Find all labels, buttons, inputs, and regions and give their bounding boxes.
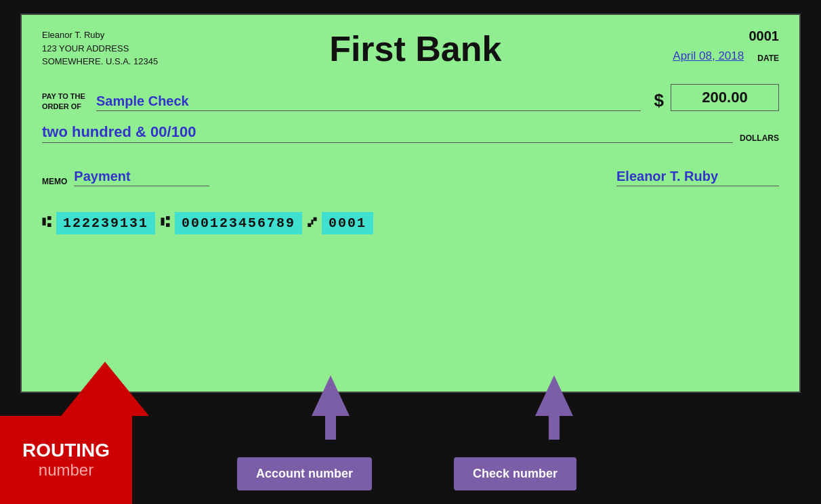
bank-name: First Bank [171, 28, 659, 69]
memo-value: Payment [74, 169, 130, 184]
routing-number: 122239131 [56, 212, 155, 234]
check-container: Eleanor T. Ruby 123 YOUR ADDRESS SOMEWHE… [20, 14, 801, 393]
account-arrow-container [312, 375, 350, 440]
check-number-display: 0001 [725, 28, 779, 44]
check-number-label: Check number [454, 457, 576, 490]
annotation-area: ROUTING number Account number Check numb… [0, 396, 821, 504]
account-holder-info: Eleanor T. Ruby 123 YOUR ADDRESS SOMEWHE… [42, 28, 158, 68]
dollar-sign: $ [654, 90, 664, 111]
micr-close-symbol: ⑆ [161, 215, 169, 232]
routing-box: ROUTING number [0, 416, 132, 504]
routing-label-line2: number [39, 461, 93, 480]
account-number-label: Account number [237, 457, 372, 490]
micr-line: ⑆ 122239131 ⑆ 000123456789 ⑇ 0001 [42, 212, 779, 234]
routing-triangle [61, 362, 149, 416]
check-number-micr: 0001 [322, 212, 373, 234]
date-label: DATE [757, 54, 779, 63]
check-arrow-head [535, 375, 573, 416]
signature: Eleanor T. Ruby [616, 169, 718, 184]
dollars-label: DOLLARS [740, 133, 779, 143]
amount-box: 200.00 [671, 84, 779, 111]
pay-to-label: PAY TO THEORDER OF [42, 91, 89, 111]
account-address2: SOMEWHERE. U.S.A. 12345 [42, 55, 158, 68]
payee-name: Sample Check [96, 93, 189, 108]
micr-open-symbol: ⑆ [42, 215, 51, 232]
account-number: 000123456789 [175, 212, 302, 234]
account-address1: 123 YOUR ADDRESS [42, 42, 158, 56]
routing-label-line1: ROUTING [22, 440, 110, 461]
memo-label: MEMO [42, 177, 67, 186]
check-arrow-shaft [549, 416, 560, 440]
check-arrow-container [535, 375, 573, 440]
account-arrow-shaft [325, 416, 336, 440]
account-arrow-head [312, 375, 350, 416]
amount-words: two hundred & 00/100 [42, 123, 733, 143]
check-date: April 08, 2018 [673, 49, 744, 63]
account-holder-name: Eleanor T. Ruby [42, 28, 158, 42]
micr-dash-symbol: ⑇ [308, 215, 316, 232]
